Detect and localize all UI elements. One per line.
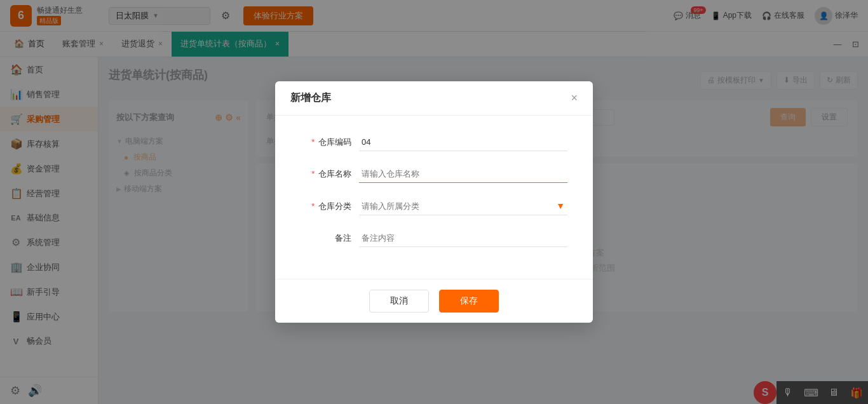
form-label-remark: 备注 [301, 232, 351, 244]
modal-overlay: 新增仓库 × * 仓库编码 * 仓库名称 [0, 0, 868, 404]
modal-close-button[interactable]: × [571, 91, 578, 105]
form-label-code: * 仓库编码 [301, 137, 351, 148]
modal-body: * 仓库编码 * 仓库名称 * 仓库分类 [275, 116, 593, 279]
warehouse-remark-input[interactable] [359, 229, 567, 247]
category-select-input[interactable] [362, 201, 556, 211]
new-warehouse-modal: 新增仓库 × * 仓库编码 * 仓库名称 [275, 81, 593, 323]
select-arrow-icon: ▼ [556, 201, 565, 211]
warehouse-name-input[interactable] [359, 165, 567, 183]
form-row-name: * 仓库名称 [301, 165, 567, 183]
form-row-remark: 备注 [301, 229, 567, 247]
cancel-button[interactable]: 取消 [369, 290, 429, 313]
form-row-code: * 仓库编码 [301, 133, 567, 151]
form-row-category: * 仓库分类 ▼ [301, 197, 567, 215]
warehouse-category-select[interactable]: ▼ [359, 197, 567, 215]
modal-footer: 取消 保存 [275, 279, 593, 323]
form-label-category: * 仓库分类 [301, 201, 351, 212]
modal-title: 新增仓库 [290, 91, 331, 105]
modal-header: 新增仓库 × [275, 81, 593, 116]
save-button[interactable]: 保存 [439, 290, 499, 313]
form-label-name: * 仓库名称 [301, 168, 351, 180]
warehouse-code-input[interactable] [359, 133, 567, 151]
